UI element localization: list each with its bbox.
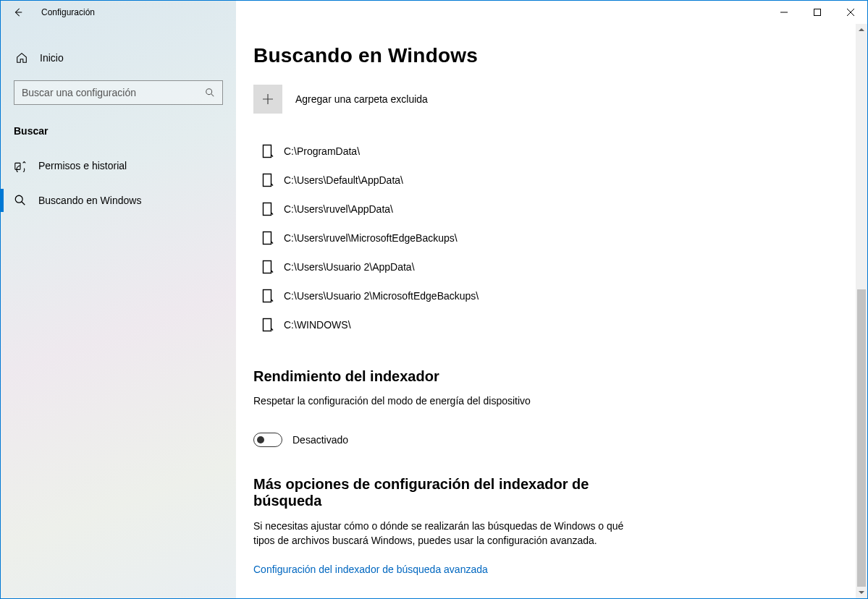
excluded-folder-item[interactable]: C:\Users\ruvel\MicrosoftEdgeBackups\: [253, 224, 850, 252]
folder-path: C:\Users\Usuario 2\AppData\: [284, 261, 415, 273]
scrollbar: [856, 24, 867, 598]
toggle-state-label: Desactivado: [292, 434, 348, 446]
window-title: Configuración: [41, 7, 95, 17]
history-permissions-icon: [14, 159, 27, 172]
excluded-folder-list: C:\ProgramData\ C:\Users\Default\AppData…: [253, 137, 850, 339]
folder-path: C:\WINDOWS\: [284, 319, 351, 331]
add-folder-label: Agregar una carpeta excluida: [295, 93, 428, 105]
chevron-down-icon: [859, 590, 864, 595]
search-icon: [14, 194, 27, 207]
home-nav[interactable]: Inicio: [1, 44, 236, 72]
main-content: Buscando en Windows Agregar una carpeta …: [236, 24, 867, 598]
scroll-track[interactable]: [856, 35, 867, 587]
sidebar-item-searching-windows[interactable]: Buscando en Windows: [1, 183, 236, 218]
sidebar-item-permissions[interactable]: Permisos e historial: [1, 148, 236, 183]
home-label: Inicio: [40, 52, 64, 64]
search-box[interactable]: [14, 80, 223, 105]
search-icon: [205, 88, 215, 98]
svg-point-1: [206, 89, 212, 95]
titlebar: Configuración: [1, 1, 867, 24]
scroll-thumb[interactable]: [857, 289, 866, 587]
svg-rect-8: [264, 261, 271, 273]
power-mode-toggle-row: Desactivado: [253, 433, 850, 447]
svg-rect-10: [264, 319, 271, 331]
search-input[interactable]: [22, 87, 205, 98]
sidebar-item-label: Buscando en Windows: [38, 195, 141, 206]
category-label: Buscar: [1, 119, 236, 148]
add-excluded-folder[interactable]: Agregar una carpeta excluida: [253, 85, 850, 114]
svg-rect-9: [264, 290, 271, 302]
close-button[interactable]: [834, 1, 867, 24]
folder-icon: [262, 231, 274, 245]
back-button[interactable]: [1, 1, 35, 24]
folder-icon: [262, 202, 274, 216]
excluded-folder-item[interactable]: C:\Users\Usuario 2\AppData\: [253, 252, 850, 281]
add-button[interactable]: [253, 85, 282, 114]
scroll-down-button[interactable]: [856, 587, 867, 598]
folder-icon: [262, 318, 274, 332]
more-options-heading: Más opciones de configuración del indexa…: [253, 476, 659, 509]
folder-icon: [262, 289, 274, 303]
home-icon: [15, 51, 28, 64]
minimize-button[interactable]: [767, 1, 801, 24]
excluded-folder-item[interactable]: C:\Users\ruvel\AppData\: [253, 195, 850, 224]
scroll-up-button[interactable]: [856, 24, 867, 35]
advanced-indexer-link[interactable]: Configuración del indexador de búsqueda …: [253, 564, 850, 575]
toggle-knob: [257, 436, 264, 443]
svg-rect-2: [15, 163, 20, 169]
svg-rect-7: [264, 232, 271, 245]
folder-icon: [262, 144, 274, 158]
more-options-desc: Si necesitas ajustar cómo o dónde se rea…: [253, 519, 630, 548]
folder-path: C:\Users\ruvel\MicrosoftEdgeBackups\: [284, 232, 458, 244]
maximize-button[interactable]: [801, 1, 834, 24]
close-icon: [847, 9, 854, 16]
page-title: Buscando en Windows: [253, 44, 850, 67]
arrow-left-icon: [13, 7, 23, 17]
folder-path: C:\Users\Usuario 2\MicrosoftEdgeBackups\: [284, 290, 479, 302]
minimize-icon: [780, 9, 788, 16]
excluded-folder-item[interactable]: C:\Users\Default\AppData\: [253, 166, 850, 195]
folder-path: C:\ProgramData\: [284, 145, 360, 157]
folder-path: C:\Users\ruvel\AppData\: [284, 203, 393, 215]
plus-icon: [262, 93, 274, 105]
svg-rect-4: [264, 145, 271, 158]
svg-rect-5: [264, 174, 271, 187]
excluded-folder-item[interactable]: C:\WINDOWS\: [253, 310, 850, 339]
folder-path: C:\Users\Default\AppData\: [284, 174, 403, 186]
maximize-icon: [814, 9, 821, 16]
sidebar-item-label: Permisos e historial: [38, 160, 127, 171]
window-controls: [767, 1, 867, 24]
power-mode-toggle[interactable]: [253, 433, 282, 447]
sidebar: Inicio Buscar Permisos e historial Bus: [1, 24, 236, 598]
indexer-performance-desc: Respetar la configuración del modo de en…: [253, 395, 659, 407]
folder-icon: [262, 260, 274, 274]
folder-icon: [262, 173, 274, 187]
excluded-folder-item[interactable]: C:\Users\Usuario 2\MicrosoftEdgeBackups\: [253, 281, 850, 310]
svg-rect-6: [264, 203, 271, 216]
svg-point-3: [15, 195, 22, 203]
svg-rect-0: [814, 9, 821, 16]
excluded-folder-item[interactable]: C:\ProgramData\: [253, 137, 850, 166]
indexer-performance-heading: Rendimiento del indexador: [253, 368, 850, 385]
chevron-up-icon: [859, 27, 864, 33]
